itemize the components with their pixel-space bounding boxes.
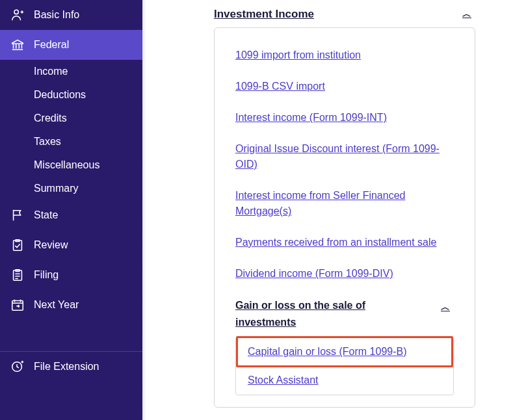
sidebar-subitem-miscellaneous[interactable]: Miscellaneous [34,153,142,177]
section-title: Investment Income [214,8,314,21]
section-panel: 1099 import from institution 1099-B CSV … [214,27,475,408]
subsection-title: Gain or loss on the sale of investments [235,297,391,330]
clipboard-icon [10,268,25,282]
highlighted-row: Capital gain or loss (Form 1099-B) [248,337,441,366]
sidebar-item-state[interactable]: State [0,200,142,230]
sidebar-item-federal[interactable]: Federal [0,30,142,60]
sidebar: Basic Info Federal Income Deductions Cre… [0,0,142,420]
link-installment-sale[interactable]: Payments received from an installment sa… [235,227,454,258]
link-1099b-csv[interactable]: 1099-B CSV import [235,71,454,102]
sidebar-subitem-credits[interactable]: Credits [34,107,142,130]
clock-plus-icon [10,360,25,374]
sidebar-subitems: Income Deductions Credits Taxes Miscella… [0,60,142,200]
section-investment-income[interactable]: Investment Income ︿ [214,5,475,26]
link-oid-interest[interactable]: Original Issue Discount interest (Form 1… [235,133,454,180]
clipboard-check-icon [10,238,25,252]
sidebar-item-next-year[interactable]: Next Year [0,290,142,320]
sidebar-subitem-income[interactable]: Income [34,60,142,83]
sidebar-item-label: File Extension [34,361,99,373]
link-interest-income-1099int[interactable]: Interest income (Form 1099-INT) [235,102,454,133]
sidebar-item-file-extension[interactable]: File Extension [0,352,142,382]
flag-icon [10,208,25,222]
link-dividend-income[interactable]: Dividend income (Form 1099-DIV) [235,258,454,289]
subsection-gain-loss[interactable]: Gain or loss on the sale of investments … [235,289,454,335]
sidebar-item-label: Review [34,239,68,251]
main-content: Investment Income ︿ 1099 import from ins… [142,0,513,420]
sidebar-resize-handle[interactable] [140,0,146,420]
sidebar-subitem-summary[interactable]: Summary [34,177,142,200]
chevron-up-icon: ︿ [462,8,475,20]
sidebar-item-basic-info[interactable]: Basic Info [0,0,142,30]
svg-rect-3 [12,301,23,311]
sidebar-item-label: State [34,209,58,221]
sidebar-subitem-deductions[interactable]: Deductions [34,83,142,107]
subsection-panel: Capital gain or loss (Form 1099-B) Stock… [235,337,454,395]
sidebar-item-label: Basic Info [34,9,79,21]
chevron-up-icon: ︿ [441,300,454,314]
link-seller-financed-mortgage[interactable]: Interest income from Seller Financed Mor… [235,180,454,227]
sidebar-item-label: Next Year [34,299,79,311]
sidebar-item-label: Federal [34,39,69,51]
svg-point-0 [14,10,18,14]
link-1099-import[interactable]: 1099 import from institution [235,40,454,71]
sidebar-item-filing[interactable]: Filing [0,260,142,290]
bank-icon [10,38,25,52]
sidebar-item-review[interactable]: Review [0,230,142,260]
person-icon [10,8,25,22]
link-capital-gain-loss-1099b[interactable]: Capital gain or loss (Form 1099-B) [248,337,441,366]
sidebar-item-label: Filing [34,269,59,281]
link-stock-assistant[interactable]: Stock Assistant [248,366,441,395]
sidebar-subitem-taxes[interactable]: Taxes [34,130,142,153]
calendar-forward-icon [10,298,25,312]
